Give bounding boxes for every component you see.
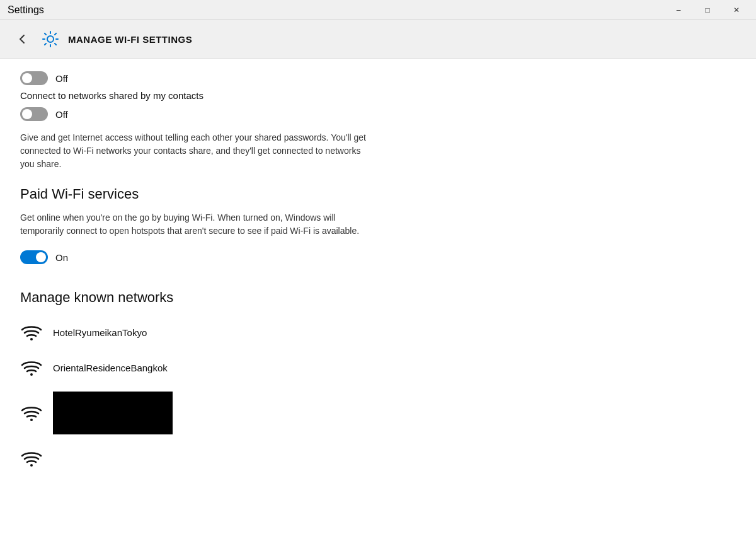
gear-icon bbox=[42, 30, 59, 48]
svg-point-0 bbox=[30, 338, 33, 340]
toggle1-row: Off bbox=[20, 71, 736, 85]
toggle3[interactable] bbox=[20, 250, 48, 264]
top-section: Off Connect to networks shared by my con… bbox=[20, 59, 736, 476]
toggle3-knob bbox=[36, 252, 46, 262]
wifi-icon-2 bbox=[20, 356, 43, 379]
manage-networks-title: Manage known networks bbox=[20, 289, 736, 306]
toggle2-knob bbox=[22, 109, 32, 119]
page-title: MANAGE WI-FI SETTINGS bbox=[68, 34, 192, 45]
wifi-icon-3 bbox=[20, 402, 43, 424]
toggle2[interactable] bbox=[20, 107, 48, 121]
network-item-3 bbox=[20, 385, 736, 441]
network-name-1: HotelRyumeikanTokyo bbox=[53, 327, 147, 338]
maximize-button[interactable]: □ bbox=[693, 0, 722, 20]
network-item-1: HotelRyumeikanTokyo bbox=[20, 315, 736, 350]
wifi-icon-4 bbox=[20, 447, 43, 470]
connect-networks-label: Connect to networks shared by my contact… bbox=[20, 90, 736, 101]
network-item-2: OrientalResidenceBangkok bbox=[20, 350, 736, 385]
wifi-icon-1 bbox=[20, 321, 43, 344]
toggle1[interactable] bbox=[20, 71, 48, 85]
close-button[interactable]: ✕ bbox=[722, 0, 751, 20]
svg-point-2 bbox=[30, 419, 33, 421]
shared-networks-description: Give and get Internet access without tel… bbox=[20, 131, 373, 171]
title-bar-title: Settings bbox=[8, 4, 44, 16]
network-item-4 bbox=[20, 441, 736, 476]
paid-wifi-description: Get online when you're on the go by buyi… bbox=[20, 211, 373, 238]
svg-point-3 bbox=[30, 464, 33, 467]
title-bar-left: Settings bbox=[8, 4, 44, 16]
toggle1-label: Off bbox=[55, 73, 68, 84]
back-icon bbox=[18, 34, 28, 44]
toggle3-label: On bbox=[55, 252, 68, 263]
network-name-2: OrientalResidenceBangkok bbox=[53, 363, 168, 373]
network-name-3-redacted bbox=[53, 392, 173, 434]
toggle1-knob bbox=[22, 73, 32, 83]
toggle2-row: Off bbox=[20, 107, 736, 121]
page-header: MANAGE WI-FI SETTINGS bbox=[0, 20, 756, 59]
toggle2-label: Off bbox=[55, 109, 68, 120]
minimize-button[interactable]: – bbox=[664, 0, 693, 20]
content-area: Off Connect to networks shared by my con… bbox=[0, 59, 756, 545]
title-bar: Settings – □ ✕ bbox=[0, 0, 756, 20]
title-bar-controls: – □ ✕ bbox=[664, 0, 751, 20]
svg-point-1 bbox=[30, 373, 33, 376]
back-button[interactable] bbox=[15, 32, 30, 47]
paid-wifi-title: Paid Wi-Fi services bbox=[20, 186, 736, 202]
toggle3-row: On bbox=[20, 250, 736, 264]
